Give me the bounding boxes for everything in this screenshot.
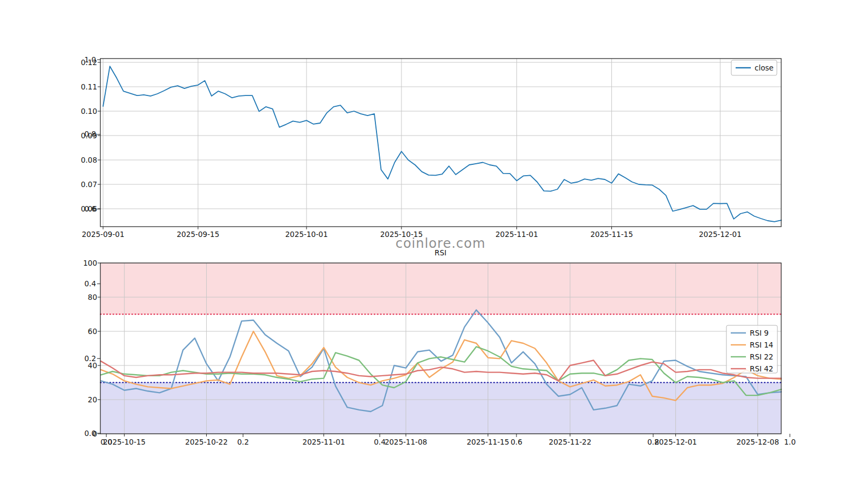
y-tick-label: 0.07 (81, 180, 97, 189)
price-axes-frame (100, 59, 781, 227)
y-tick-label: 0.11 (81, 82, 97, 91)
overlay-x-tick-label: 0.2 (237, 438, 248, 446)
x-tick-label: 2025-10-01 (285, 230, 328, 239)
overlay-y-tick-label: 0.2 (85, 354, 96, 363)
overlay-x-tick-label: 1.0 (784, 438, 795, 446)
x-tick-label: 2025-11-08 (385, 438, 427, 446)
overlay-y-tick-label: 0.0 (85, 429, 96, 438)
overlay-y-tick-label: 0.6 (85, 204, 96, 213)
x-tick-label: 2025-09-15 (177, 230, 219, 239)
x-tick-label: 2025-11-01 (495, 230, 538, 239)
overlay-x-tick-label: 0.6 (510, 438, 522, 446)
legend-label: RSI 42 (750, 364, 773, 373)
legend-label: RSI 22 (750, 352, 773, 361)
x-tick-label: 2025-11-15 (467, 438, 509, 446)
x-tick-label: 2025-11-22 (549, 438, 591, 446)
x-tick-label: 2025-12-01 (699, 230, 741, 239)
overbought-band (100, 263, 781, 314)
close-line (103, 66, 781, 222)
price-chart: 2025-09-012025-09-152025-10-012025-10-15… (81, 58, 781, 239)
x-tick-label: 2025-11-01 (303, 438, 345, 446)
oversold-band (100, 383, 781, 434)
figure-canvas: 2025-09-012025-09-152025-10-012025-10-15… (0, 0, 868, 488)
legend-label: close (755, 63, 774, 72)
overlay-y-tick-label: 0.4 (85, 279, 96, 288)
overlay-x-tick-label: 0.8 (647, 438, 659, 446)
x-tick-label: 2025-11-15 (590, 230, 633, 239)
x-tick-label: 2025-12-08 (737, 438, 779, 446)
legend-label: RSI 9 (750, 329, 769, 337)
x-tick-label: 2025-09-01 (82, 230, 124, 239)
overlay-y-tick-label: 0.8 (85, 130, 96, 138)
y-tick-label: 0.08 (81, 156, 97, 164)
rsi-chart: 2025-10-152025-10-222025-11-012025-11-08… (83, 259, 781, 447)
rsi42-line (101, 361, 781, 381)
rsi-chart-title: RSI (435, 248, 446, 257)
x-tick-label: 2025-12-01 (654, 438, 697, 446)
overlay-y-tick-label: 1.0 (85, 55, 96, 64)
y-tick-label: 100 (83, 259, 97, 267)
legend-label: RSI 14 (750, 341, 773, 349)
y-tick-label: 60 (88, 327, 97, 336)
overlay-x-tick-label: 0.4 (374, 438, 385, 446)
overlay-x-tick-label: 0.0 (100, 438, 112, 446)
y-tick-label: 80 (88, 293, 97, 301)
y-tick-label: 20 (88, 395, 97, 404)
screenshot-root: 2025-09-012025-09-152025-10-012025-10-15… (0, 0, 868, 488)
y-tick-label: 0.10 (81, 107, 97, 115)
x-tick-label: 2025-10-22 (185, 438, 227, 446)
